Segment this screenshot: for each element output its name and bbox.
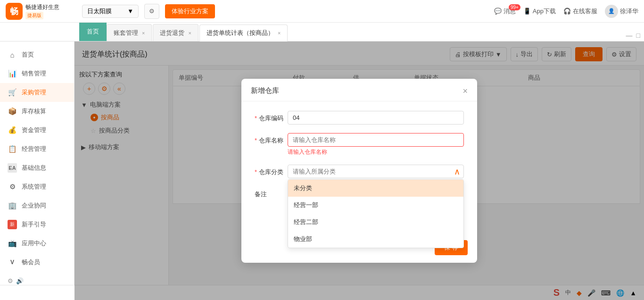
sidebar-item-purchase[interactable]: 🛒 采购管理 — [0, 83, 74, 102]
message-badge: 99+ — [509, 4, 520, 10]
avatar: 👤 — [605, 5, 618, 18]
logo-area: 畅 畅捷通好生意 捷易版 — [6, 3, 76, 20]
tab-home-label: 首页 — [87, 27, 99, 36]
sidebar-item-enterprise-label: 企业协同 — [22, 201, 46, 210]
name-input[interactable] — [288, 133, 464, 147]
sidebar-item-inventory-label: 库存核算 — [22, 107, 46, 116]
user-name: 徐泽华 — [620, 7, 638, 16]
category-dropdown: 未分类 经营一部 经营二部 物业部 — [288, 179, 464, 248]
dropdown-arrow-icon: ▼ — [127, 8, 133, 15]
sidebar-item-enterprise[interactable]: 🏢 企业协同 — [0, 196, 74, 215]
tab-accounts-label: 账套管理 — [114, 29, 138, 37]
content-area: 进货单统计(按商品) 🖨 按模板打印 ▼ ↓ 导出 ↻ 刷新 查询 ⚙ — [74, 42, 644, 300]
form-row-category: * 仓库分类 ∧ 未分类 经营一部 经营二部 物业部 — [255, 165, 464, 178]
tab-bar-actions: — □ — [626, 32, 644, 41]
settings-icon[interactable]: ⚙ — [8, 277, 13, 284]
tab-returns-label: 进货退货 — [160, 29, 184, 37]
sidebar-item-home[interactable]: ⌂ 首页 — [0, 45, 74, 64]
dialog-close-button[interactable]: × — [462, 87, 468, 95]
online-service-button[interactable]: 🎧 在线客服 — [563, 7, 597, 16]
sales-icon: 📊 — [8, 69, 17, 78]
dropdown-item-property[interactable]: 物业部 — [288, 231, 463, 248]
store-name: 日太阳膜 — [87, 7, 112, 16]
dropdown-item-dept1[interactable]: 经营一部 — [288, 197, 463, 214]
sidebar-item-operations[interactable]: 📋 经营管理 — [0, 140, 74, 158]
form-control-category: ∧ 未分类 经营一部 经营二部 物业部 — [288, 165, 464, 178]
app-download-button[interactable]: 📱 App下载 — [523, 7, 556, 16]
sidebar-item-member[interactable]: V 畅会员 — [0, 253, 74, 272]
store-selector[interactable]: 日太阳膜 ▼ — [82, 5, 139, 18]
tab-stats-label: 进货单统计表（按商品） — [206, 29, 274, 37]
logo-text: 畅捷通好生意 捷易版 — [25, 3, 59, 19]
logo-icon: 畅 — [6, 3, 23, 20]
tab-stats[interactable]: 进货单统计表（按商品） × — [199, 25, 288, 42]
sidebar-item-inventory[interactable]: 📦 库存核算 — [0, 102, 74, 121]
dropdown-item-dept2[interactable]: 经营二部 — [288, 214, 463, 231]
form-label-code: * 仓库编码 — [255, 111, 288, 123]
tab-accounts[interactable]: 账套管理 × — [107, 24, 152, 41]
sidebar-item-finance[interactable]: 💰 资金管理 — [0, 121, 74, 140]
form-row-code: * 仓库编码 — [255, 111, 464, 125]
dropdown-item-unclassified[interactable]: 未分类 — [288, 180, 463, 197]
tab-home[interactable]: 首页 — [79, 22, 107, 41]
settings-button[interactable]: ⚙ — [144, 4, 159, 19]
sidebar: ⌂ 首页 📊 销售管理 🛒 采购管理 📦 库存核算 💰 资金管理 📋 经营管理 … — [0, 42, 74, 300]
user-profile[interactable]: 👤 徐泽华 — [605, 5, 638, 18]
tab-stats-close-icon[interactable]: × — [278, 30, 281, 36]
inventory-icon: 📦 — [8, 107, 17, 116]
dialog-header: 新增仓库 × — [241, 79, 477, 101]
form-row-name: * 仓库名称 请输入仓库名称 — [255, 133, 464, 156]
guide-icon: 新 — [8, 220, 17, 229]
finance-icon: 💰 — [8, 125, 17, 135]
messages-button[interactable]: 💬 消息 99+ — [494, 7, 516, 16]
enterprise-icon: 🏢 — [8, 201, 17, 210]
tab-maximize-icon[interactable]: □ — [636, 32, 640, 39]
name-error-tip: 请输入仓库名称 — [288, 148, 464, 156]
form-label-notes: 备注 — [255, 187, 288, 199]
form-label-name: * 仓库名称 — [255, 133, 288, 145]
code-input[interactable] — [288, 111, 464, 125]
tab-returns[interactable]: 进货退货 × — [153, 24, 198, 41]
sidebar-item-base-label: 基础信息 — [22, 164, 46, 172]
sidebar-item-system-label: 系统管理 — [22, 183, 46, 191]
volume-icon[interactable]: 🔊 — [16, 277, 24, 284]
sidebar-item-system[interactable]: ⚙ 系统管理 — [0, 177, 74, 196]
sidebar-item-guide-label: 新手引导 — [22, 220, 46, 229]
modal-overlay: 新增仓库 × * 仓库编码 — [74, 42, 644, 300]
app-center-icon: 📺 — [8, 239, 17, 248]
member-icon: V — [8, 258, 17, 267]
category-input[interactable] — [288, 165, 464, 178]
sidebar-item-app-center[interactable]: 📺 应用中心 — [0, 234, 74, 253]
tab-accounts-close-icon[interactable]: × — [142, 30, 145, 36]
dialog-title: 新增仓库 — [251, 86, 279, 95]
sidebar-item-guide[interactable]: 新 新手引导 — [0, 215, 74, 234]
sidebar-item-sales[interactable]: 📊 销售管理 — [0, 64, 74, 83]
trial-button[interactable]: 体验行业方案 — [165, 4, 215, 18]
sidebar-item-purchase-label: 采购管理 — [22, 88, 46, 97]
operations-icon: 📋 — [8, 144, 17, 154]
tab-minimize-icon[interactable]: — — [626, 32, 633, 39]
app-download-label: App下载 — [533, 7, 556, 16]
phone-icon: 📱 — [523, 8, 531, 15]
form-control-name: 请输入仓库名称 — [288, 133, 464, 156]
tab-returns-close-icon[interactable]: × — [188, 30, 191, 36]
home-icon: ⌂ — [8, 50, 17, 59]
dialog-new-warehouse: 新增仓库 × * 仓库编码 — [241, 79, 477, 263]
form-control-code — [288, 111, 464, 125]
sidebar-item-member-label: 畅会员 — [22, 258, 40, 267]
form-label-category: * 仓库分类 — [255, 165, 288, 176]
sidebar-item-finance-label: 资金管理 — [22, 126, 46, 134]
sidebar-item-app-center-label: 应用中心 — [22, 239, 46, 248]
system-icon: ⚙ — [8, 182, 17, 192]
message-icon: 💬 — [494, 8, 502, 15]
sidebar-item-base[interactable]: EA 基础信息 — [0, 158, 74, 177]
purchase-icon: 🛒 — [8, 88, 17, 97]
headset-icon: 🎧 — [563, 8, 571, 15]
category-arrow-icon[interactable]: ∧ — [454, 167, 460, 177]
header-right: 💬 消息 99+ 📱 App下载 🎧 在线客服 👤 徐泽华 — [494, 5, 638, 18]
sidebar-item-operations-label: 经营管理 — [22, 145, 46, 153]
sidebar-item-sales-label: 销售管理 — [22, 69, 46, 78]
base-icon: EA — [8, 163, 17, 173]
gear-icon: ⚙ — [149, 8, 155, 15]
online-service-label: 在线客服 — [573, 7, 597, 16]
